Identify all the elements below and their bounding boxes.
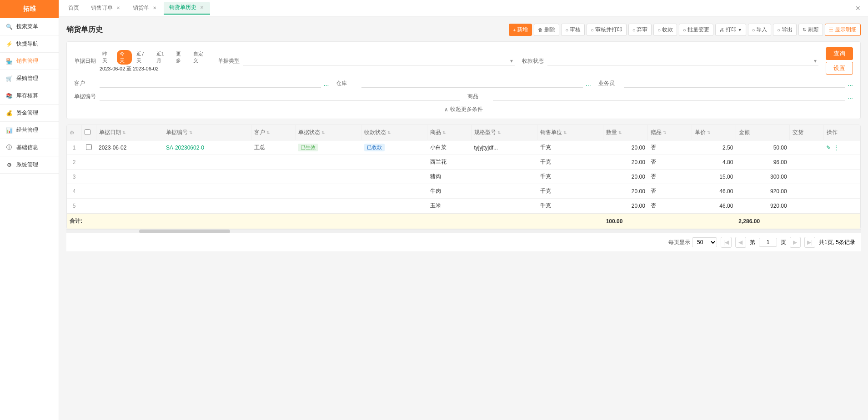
table-row: 3 猪肉 千克 20.00 否 15.00 300.00 (67, 170, 860, 184)
column-settings-icon[interactable]: ⚙ (70, 130, 75, 136)
delete-label: 删除 (544, 26, 555, 34)
filter-panel: 单据日期 昨天 今天 近7天 近1月 更多 自定义 2023-06-02 至 2… (66, 41, 861, 119)
goods-input[interactable] (493, 92, 845, 101)
horizontal-scrollbar[interactable] (66, 229, 861, 233)
sidebar-item-purchase-mgmt[interactable]: 🛒 采购管理 (0, 70, 59, 87)
cell-collect-status (361, 199, 427, 214)
sidebar-item-basic-info[interactable]: ⓘ 基础信息 (0, 139, 59, 156)
tab-sales-order[interactable]: 销售订单 ✕ (85, 2, 126, 15)
delete-button[interactable]: 🗑 删除 (534, 24, 559, 36)
sidebar-item-sales-mgmt[interactable]: 🏪 销售管理 (0, 53, 59, 70)
print-button[interactable]: 🖨 打印 ▼ (715, 24, 746, 36)
sidebar-item-system-mgmt[interactable]: ⚙ 系统管理 (0, 156, 59, 174)
tab-close-icon[interactable]: ✕ (199, 5, 205, 10)
sort-icon[interactable]: ⇅ (707, 130, 711, 135)
cell-gift: 否 (648, 170, 692, 184)
cell-collect-status: 已收款 (361, 140, 427, 155)
sort-icon[interactable]: ⇅ (497, 130, 501, 135)
sort-icon[interactable]: ⇅ (618, 130, 622, 135)
sort-icon[interactable]: ⇅ (189, 130, 193, 135)
show-detail-button[interactable]: ☰ 显示明细 (825, 24, 861, 36)
cell-amount: 300.00 (736, 170, 789, 184)
date-option-yesterday[interactable]: 昨天 (100, 50, 115, 65)
collect-status-select[interactable]: ▾ (547, 57, 819, 65)
sidebar-item-label: 销售管理 (16, 57, 38, 65)
warehouse-label: 仓库 (336, 80, 359, 87)
sort-icon[interactable]: ⇅ (442, 130, 446, 135)
sort-icon[interactable]: ⇅ (122, 130, 126, 135)
tab-sales-delivery[interactable]: 销货单 ✕ (127, 2, 163, 15)
goods-picker-icon[interactable]: ... (848, 94, 853, 100)
cell-row-num: 3 (67, 170, 81, 184)
date-option-custom[interactable]: 自定义 (191, 50, 211, 65)
export-button[interactable]: ○ 导出 (773, 24, 797, 36)
summary-empty2 (648, 213, 692, 229)
warehouse-input[interactable] (361, 79, 583, 88)
approve-print-button[interactable]: ○ 审核并打印 (587, 24, 627, 36)
abandon-button[interactable]: ○ 弃审 (628, 24, 652, 36)
sort-icon[interactable]: ⇅ (387, 130, 391, 135)
window-close-btn[interactable]: ✕ (855, 5, 861, 12)
sort-icon[interactable]: ⇅ (266, 130, 270, 135)
date-option-7days[interactable]: 近7天 (134, 50, 152, 65)
salesperson-label: 业务员 (598, 80, 621, 87)
doc-type-select[interactable]: ▾ (243, 57, 515, 65)
tab-close-icon[interactable]: ✕ (115, 5, 121, 11)
cell-customer (251, 184, 296, 199)
sidebar-item-finance-mgmt[interactable]: 💰 资金管理 (0, 105, 59, 122)
next-page-btn[interactable]: ▶ (790, 237, 801, 248)
collapse-btn[interactable]: ∧ 收起更多条件 (74, 105, 853, 113)
settings-icon: ⚙ (5, 161, 13, 169)
doc-num-link[interactable]: SA-20230602-0 (166, 145, 204, 151)
scroll-thumb[interactable] (139, 230, 230, 233)
date-option-more[interactable]: 更多 (173, 50, 189, 65)
last-page-btn[interactable]: ▶| (804, 237, 815, 248)
sidebar-item-label: 资金管理 (16, 109, 38, 117)
doc-num-input[interactable] (100, 92, 460, 101)
cell-actions (823, 199, 860, 214)
collect-button[interactable]: ○ 收款 (653, 24, 677, 36)
query-button[interactable]: 查询 (826, 47, 853, 60)
approve-button[interactable]: ○ 审核 (561, 24, 585, 36)
batch-change-button[interactable]: ○ 批量变更 (679, 24, 713, 36)
cell-transaction (790, 155, 824, 170)
cell-row-num: 4 (67, 184, 81, 199)
tab-close-icon[interactable]: ✕ (152, 5, 157, 11)
tab-sales-history[interactable]: 销货单历史 ✕ (164, 2, 210, 15)
print-label: 打印 (726, 26, 737, 34)
sidebar-item-quick-nav[interactable]: ⚡ 快捷导航 (0, 35, 59, 53)
customer-input[interactable] (100, 79, 321, 88)
salesperson-picker-icon[interactable]: ... (848, 80, 853, 87)
sidebar-item-operations-mgmt[interactable]: 📊 经营管理 (0, 122, 59, 139)
tab-label: 销售订单 (91, 4, 113, 12)
tab-home[interactable]: 首页 (63, 2, 85, 15)
date-option-today[interactable]: 今天 (117, 50, 132, 65)
sort-icon[interactable]: ⇅ (321, 130, 325, 135)
refresh-icon: ↻ (803, 27, 807, 33)
new-button[interactable]: + 新增 (509, 24, 532, 36)
cell-doc-num: SA-20230602-0 (163, 140, 251, 155)
th-quantity: 数量 ⇅ (603, 125, 648, 140)
page-title: 销货单历史 (66, 25, 103, 35)
sort-icon[interactable]: ⇅ (663, 130, 667, 135)
chevron-up-icon: ∧ (444, 106, 448, 113)
salesperson-input[interactable] (624, 79, 845, 88)
row-checkbox[interactable] (86, 144, 92, 150)
doc-num-label: 单据编号 (74, 93, 97, 100)
page-size-dropdown[interactable]: 50 100 200 (692, 237, 717, 247)
settings-button[interactable]: 设置 (826, 62, 853, 75)
page-input[interactable] (759, 238, 777, 247)
import-button[interactable]: ○ 导入 (748, 24, 772, 36)
edit-action-icon[interactable]: ✎ (826, 145, 831, 151)
date-option-1month[interactable]: 近1月 (154, 50, 172, 65)
more-action-icon[interactable]: ⋮ (833, 145, 839, 151)
select-all-checkbox[interactable] (85, 129, 90, 135)
prev-page-btn[interactable]: ◀ (735, 237, 746, 248)
refresh-button[interactable]: ↻ 刷新 (798, 24, 823, 36)
sort-icon[interactable]: ⇅ (563, 130, 567, 135)
first-page-btn[interactable]: |◀ (721, 237, 732, 248)
sidebar-item-search-menu[interactable]: 🔍 搜索菜单 (0, 18, 59, 35)
warehouse-picker-icon[interactable]: ... (586, 80, 591, 87)
sidebar-item-inventory-calc[interactable]: 📚 库存核算 (0, 87, 59, 105)
customer-picker-icon[interactable]: ... (324, 80, 329, 87)
